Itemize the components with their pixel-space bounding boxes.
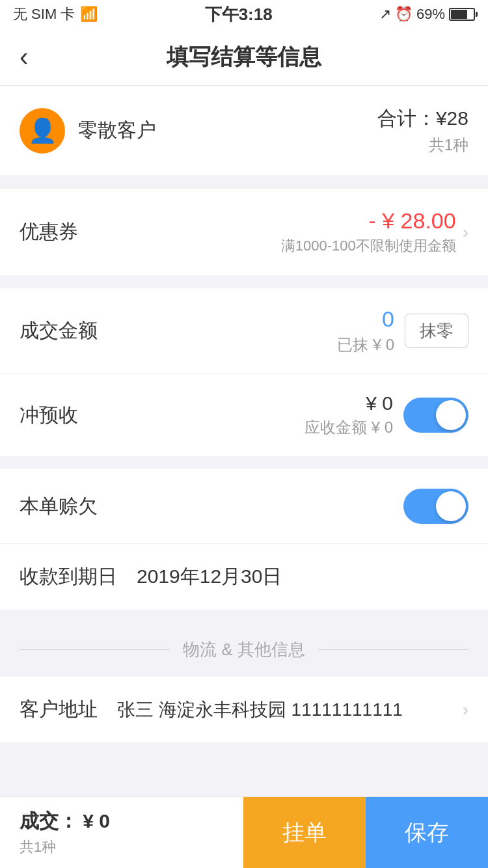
prepay-right: ¥ 0 应收金额 ¥ 0 [305,392,468,438]
credit-row: 本单赊欠 [0,469,488,543]
coupon-value-block: - ¥ 28.00 满1000-100不限制使用金额 [281,208,456,256]
coupon-desc: 满1000-100不限制使用金额 [281,236,456,256]
status-bar-right: ↗ ⏰ 69% [379,6,475,23]
deal-amount-sub: 已抹 ¥ 0 [337,334,394,355]
due-date-value: 2019年12月30日 [137,563,282,590]
customer-total: 合计：¥28 [377,105,468,132]
alarm-icon: ⏰ [395,6,413,23]
toggle-knob [436,400,466,430]
round-off-button[interactable]: 抹零 [405,314,468,348]
prepay-value: ¥ 0 [305,392,393,414]
coupon-amount: - ¥ 28.00 [281,208,456,234]
logistics-divider: 物流 & 其他信息 [0,623,488,677]
prepay-toggle[interactable] [403,398,468,433]
divider-line-left [20,649,170,650]
customer-info-right: 合计：¥28 共1种 [377,105,468,156]
deal-amount-section: 成交金额 0 已抹 ¥ 0 抹零 冲预收 ¥ 0 应收金额 ¥ 0 [0,288,488,456]
nav-bar: ‹ 填写结算等信息 [0,29,488,86]
deal-amount-row: 成交金额 0 已抹 ¥ 0 抹零 [0,288,488,374]
due-date-row: 收款到期日 2019年12月30日 [0,543,488,610]
credit-label: 本单赊欠 [20,493,98,520]
credit-toggle-knob [436,491,466,521]
content-area: 👤 零散客户 合计：¥28 共1种 优惠券 - ¥ 28.00 满1000-10… [0,86,488,834]
address-row[interactable]: 客户地址 张三 海淀永丰科技园 11111111111 › [0,677,488,742]
status-bar: 无 SIM 卡 📶 下午3:18 ↗ ⏰ 69% [0,0,488,29]
coupon-section: 优惠券 - ¥ 28.00 满1000-100不限制使用金额 › [0,188,488,275]
prepay-sub: 应收金额 ¥ 0 [305,417,393,438]
address-chevron-icon: › [463,699,468,720]
logistics-label: 物流 & 其他信息 [183,638,305,661]
customer-row: 👤 零散客户 合计：¥28 共1种 [0,86,488,175]
location-icon: ↗ [379,6,391,23]
status-bar-left: 无 SIM 卡 📶 [13,5,98,24]
address-value: 张三 海淀永丰科技园 11111111111 [117,698,463,722]
prepay-row: 冲预收 ¥ 0 应收金额 ¥ 0 [0,374,488,456]
bottom-count: 共1种 [20,837,224,857]
coupon-right: - ¥ 28.00 满1000-100不限制使用金额 › [281,208,468,256]
credit-section: 本单赊欠 收款到期日 2019年12月30日 [0,469,488,610]
coupon-chevron-icon: › [463,222,468,243]
credit-toggle[interactable] [403,489,468,524]
deal-amount-right: 0 已抹 ¥ 0 抹零 [337,306,468,355]
battery-percent: 69% [416,6,445,23]
due-date-label: 收款到期日 [20,563,117,590]
status-bar-time: 下午3:18 [205,3,273,26]
prepay-value-block: ¥ 0 应收金额 ¥ 0 [305,392,393,438]
bottom-bar: 成交： ¥ 0 共1种 挂单 保存 [0,796,488,868]
no-sim-label: 无 SIM 卡 [13,5,75,24]
avatar-icon: 👤 [28,117,57,144]
battery-icon [449,8,475,21]
deal-amount-label: 成交金额 [20,318,98,344]
customer-info-left: 👤 零散客户 [20,108,156,154]
wifi-icon: 📶 [80,6,98,23]
deal-amount-value-block: 0 已抹 ¥ 0 [337,306,394,355]
deal-amount-value: 0 [337,306,394,332]
address-section: 客户地址 张三 海淀永丰科技园 11111111111 › [0,677,488,742]
bottom-deal-label: 成交： [20,810,78,832]
back-button[interactable]: ‹ [20,42,28,72]
divider-line-right [318,649,468,650]
bottom-deal-row: 成交： ¥ 0 [20,808,224,835]
customer-avatar: 👤 [20,108,65,154]
save-button[interactable]: 保存 [366,797,488,869]
bottom-deal-value: ¥ 0 [83,810,110,832]
customer-name: 零散客户 [78,117,156,144]
coupon-row[interactable]: 优惠券 - ¥ 28.00 满1000-100不限制使用金额 › [0,188,488,275]
bottom-summary: 成交： ¥ 0 共1种 [0,808,243,857]
prepay-label: 冲预收 [20,402,78,429]
page-title: 填写结算等信息 [167,42,321,72]
address-label: 客户地址 [20,696,98,723]
customer-count: 共1种 [377,135,468,156]
hold-order-button[interactable]: 挂单 [243,797,366,869]
coupon-label: 优惠券 [20,219,78,245]
